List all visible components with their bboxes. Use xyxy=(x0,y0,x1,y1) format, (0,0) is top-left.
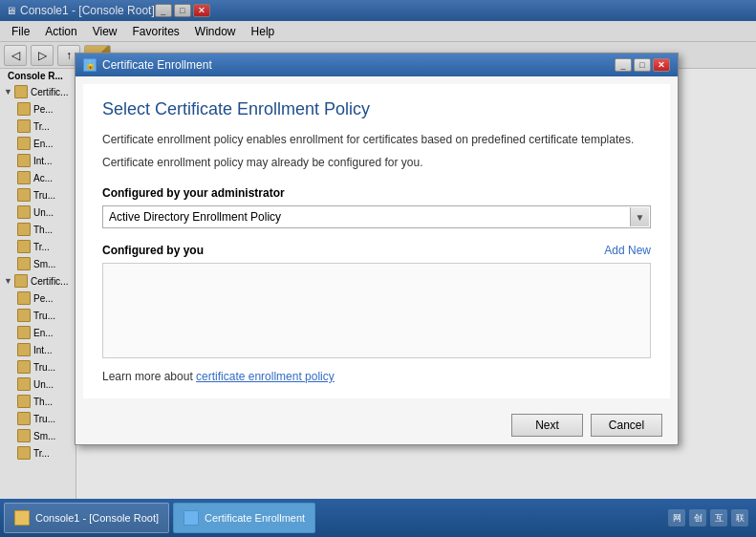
certificate-enrollment-dialog: 🔒 Certificate Enrollment _ □ ✕ Select Ce… xyxy=(75,53,679,445)
enrollment-policy-dropdown[interactable]: Active Directory Enrollment Policy xyxy=(102,205,651,228)
learn-more-link[interactable]: certificate enrollment policy xyxy=(196,370,335,383)
taskbar-cert-label: Certificate Enrollment xyxy=(205,512,305,524)
dialog-maximize-button[interactable]: □ xyxy=(634,58,651,72)
tray-icon-3: 互 xyxy=(710,509,727,526)
section-admin-label: Configured by your administrator xyxy=(102,186,651,200)
taskbar: Console1 - [Console Root] Certificate En… xyxy=(0,499,756,537)
section-you-row: Configured by you Add New xyxy=(102,244,651,257)
taskbar-console-icon xyxy=(14,510,30,526)
dialog-close-button[interactable]: ✕ xyxy=(653,58,670,72)
taskbar-cert-icon xyxy=(184,510,199,526)
dialog-controls: _ □ ✕ xyxy=(615,58,670,72)
tray-icon-2: 创 xyxy=(689,509,706,526)
dialog-description-line2: Certificate enrollment policy may alread… xyxy=(102,154,651,171)
dialog-heading: Select Certificate Enrollment Policy xyxy=(102,99,651,119)
tray-icon-1: 网 xyxy=(668,509,685,526)
dropdown-container[interactable]: Active Directory Enrollment Policy ▼ xyxy=(102,205,651,228)
tray-icon-4: 联 xyxy=(731,509,748,526)
dialog-minimize-button[interactable]: _ xyxy=(615,58,632,72)
next-button[interactable]: Next xyxy=(511,414,583,437)
learn-more-text: Learn more about certificate enrollment … xyxy=(102,370,651,383)
dialog-footer: Next Cancel xyxy=(76,406,678,444)
taskbar-console[interactable]: Console1 - [Console Root] xyxy=(4,503,169,533)
add-new-link[interactable]: Add New xyxy=(604,244,651,257)
dialog-description-line1: Certificate enrollment policy enables en… xyxy=(102,131,651,148)
dialog-content: Select Certificate Enrollment Policy Cer… xyxy=(83,84,670,398)
configured-by-you-area xyxy=(102,263,651,358)
tray-area: 网 创 互 联 xyxy=(668,509,752,526)
dialog-title-icon: 🔒 xyxy=(83,58,97,72)
taskbar-console-label: Console1 - [Console Root] xyxy=(35,512,159,524)
modal-overlay: 🔒 Certificate Enrollment _ □ ✕ Select Ce… xyxy=(0,0,756,537)
dialog-title: Certificate Enrollment xyxy=(102,58,615,72)
section-you-label: Configured by you xyxy=(102,244,204,257)
taskbar-cert-enrollment[interactable]: Certificate Enrollment xyxy=(173,503,315,533)
cancel-button[interactable]: Cancel xyxy=(591,414,662,437)
dialog-title-bar: 🔒 Certificate Enrollment _ □ ✕ xyxy=(76,54,678,76)
